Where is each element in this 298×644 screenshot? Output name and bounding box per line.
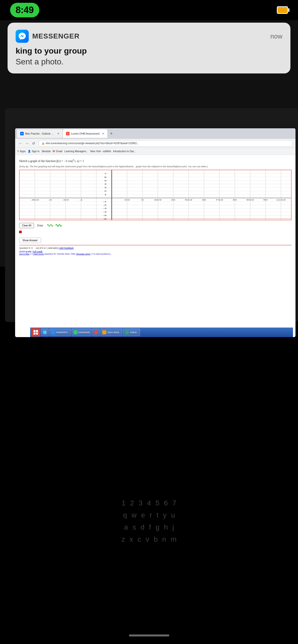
key-4[interactable]: 4 (147, 499, 151, 507)
key-h[interactable]: h (164, 523, 168, 531)
add-feedback-link[interactable]: Add Feedback (59, 247, 74, 249)
svg-text:11π/2: 11π/2 (276, 199, 286, 201)
back-button[interactable]: ← (18, 141, 23, 146)
taskbar-play[interactable] (92, 329, 100, 336)
bookmark-gmail[interactable]: M Gmail (53, 150, 62, 153)
keyboard-row-4: z x c v b n m (121, 535, 176, 543)
outlook-tab-close[interactable]: ✕ (57, 132, 59, 135)
svg-text:-6: -6 (103, 218, 107, 220)
bookmark-skedula-label: Skedula (42, 150, 51, 153)
windows-logo-icon (33, 330, 38, 335)
bookmark-apps[interactable]: ⠿ Apps (17, 150, 26, 153)
bookmark-signin[interactable]: 👤 Sign In (28, 150, 40, 153)
battery-icon (277, 6, 288, 14)
question-attempts: out of 6 in 1 attempt(s) (36, 247, 58, 249)
key-d[interactable]: d (141, 523, 145, 531)
keyboard-grid: 1 2 3 4 5 6 7 q w e r t y u a s d f g h … (121, 499, 176, 547)
key-w[interactable]: w (131, 511, 137, 519)
notification-banner[interactable]: MESSENGER now king to your group Sent a … (8, 23, 290, 73)
start-button[interactable] (31, 328, 40, 337)
key-a[interactable]: a (124, 523, 128, 531)
key-z[interactable]: z (121, 535, 125, 543)
url-bar[interactable]: 🔒 ohm.lumenlearning.com/course/gb-viewas… (38, 140, 293, 147)
lock-icon: 🔒 (42, 142, 45, 145)
quick-grade-label: Quick grade: (19, 250, 33, 253)
key-y[interactable]: y (163, 511, 167, 519)
svg-text:-3: -3 (103, 207, 107, 210)
outlook-favicon: M (20, 132, 24, 135)
taskbar-calcul[interactable]: Calcul... (123, 329, 140, 336)
key-3[interactable]: 3 (139, 499, 143, 507)
taskbar-huntermat[interactable]: HunterMAT... (49, 329, 71, 336)
url-text: ohm.lumenlearning.com/course/gb-viewasid… (46, 142, 139, 145)
clear-all-button[interactable]: Clear All (19, 223, 34, 228)
bookmark-skedula[interactable]: Skedula (42, 150, 51, 153)
key-c[interactable]: c (138, 535, 141, 543)
show-answer-button[interactable]: Show Answer (19, 238, 41, 243)
key-n[interactable]: n (162, 535, 166, 543)
svg-rect-64 (34, 333, 36, 335)
lumen-tab-close[interactable]: ✕ (102, 132, 104, 135)
key-g[interactable]: g (155, 523, 159, 531)
key-b[interactable]: b (154, 535, 158, 543)
clear-score-link[interactable]: Clear Score (33, 253, 44, 255)
signin-bookmark-icon: 👤 (28, 150, 31, 153)
calcul-icon (125, 330, 129, 334)
key-q[interactable]: q (123, 511, 127, 519)
messenger-icon (16, 30, 29, 43)
refresh-button[interactable]: ↺ (31, 141, 36, 146)
home-indicator[interactable] (129, 634, 169, 636)
svg-text:9π/2: 9π/2 (246, 199, 254, 201)
status-time: 8:49 (10, 3, 39, 17)
svg-text:3π: 3π (202, 199, 206, 201)
graph-svg: 7 6 5 4 3 2 1 -1 -2 -3 -4 -5 -6 -3π/2 -π… (19, 170, 291, 220)
bookmark-learning[interactable]: Learning Managem... (64, 150, 88, 153)
bookmark-apps-label: Apps (20, 150, 26, 153)
graph-container[interactable]: 7 6 5 4 3 2 1 -1 -2 -3 -4 -5 -6 -3π/2 -π… (19, 170, 291, 220)
taskbar-inbox[interactable]: Inbox (846)... (101, 329, 122, 336)
key-f[interactable]: f (149, 523, 151, 531)
svg-text:-π/2: -π/2 (62, 199, 69, 201)
key-1[interactable]: 1 (122, 499, 126, 507)
bookmarks-bar: ⠿ Apps 👤 Sign In Skedula M Gmail Learnin… (15, 148, 295, 155)
inbox-label: Inbox (846)... (107, 331, 121, 334)
svg-text:4: 4 (104, 183, 107, 185)
svg-text:7π/2: 7π/2 (216, 199, 223, 201)
key-s[interactable]: s (133, 523, 136, 531)
keyboard-row-3: a s d f g h j (124, 523, 174, 531)
use-in-msg-link[interactable]: Use in Msg (19, 253, 29, 255)
graph-controls: Clear All Draw: (19, 223, 291, 228)
key-7[interactable]: 7 (172, 499, 176, 507)
tab-outlook[interactable]: M Mac Psachie - Outlook Web App ✕ (17, 129, 62, 138)
svg-text:-4: -4 (103, 211, 107, 213)
taskbar-browser[interactable] (41, 329, 49, 336)
message-owner-link[interactable]: Message owner (76, 253, 90, 255)
key-r[interactable]: r (150, 511, 152, 519)
bookmark-gmail-label: Gmail (56, 150, 62, 153)
question-info: Question 5: 0 out of 6 in 1 attempt(s) A… (19, 247, 291, 249)
bookmark-learning-label: Learning Managem... (64, 150, 88, 153)
notification-app-name: MESSENGER (32, 32, 80, 40)
bookmark-newyork[interactable]: New York - edWeb (90, 150, 111, 153)
full-credit-link[interactable]: Full credit (33, 250, 43, 253)
svg-text:-3π/2: -3π/2 (30, 199, 39, 201)
key-v[interactable]: v (146, 535, 149, 543)
key-t[interactable]: t (156, 511, 158, 519)
tab-lumen[interactable]: D Lumen OHM Assessment ✕ (63, 129, 107, 138)
key-u[interactable]: u (171, 511, 175, 519)
key-6[interactable]: 6 (164, 499, 168, 507)
forward-button[interactable]: → (24, 141, 30, 146)
taskbar-downloads[interactable]: Downloads (72, 329, 92, 336)
bookmark-intro[interactable]: Introduction to Dat... (113, 150, 136, 153)
key-m[interactable]: m (171, 535, 176, 543)
key-2[interactable]: 2 (130, 499, 134, 507)
draw-wave-icon-1[interactable] (47, 223, 54, 228)
key-5[interactable]: 5 (155, 499, 159, 507)
new-tab-button[interactable]: + (108, 130, 115, 137)
key-j[interactable]: j (172, 523, 174, 531)
draw-wave-icon-2[interactable] (55, 223, 63, 228)
svg-text:π/2: π/2 (124, 199, 130, 201)
apps-bookmark-icon: ⠿ (17, 150, 19, 153)
key-x[interactable]: x (129, 535, 133, 543)
key-e[interactable]: e (141, 511, 145, 519)
